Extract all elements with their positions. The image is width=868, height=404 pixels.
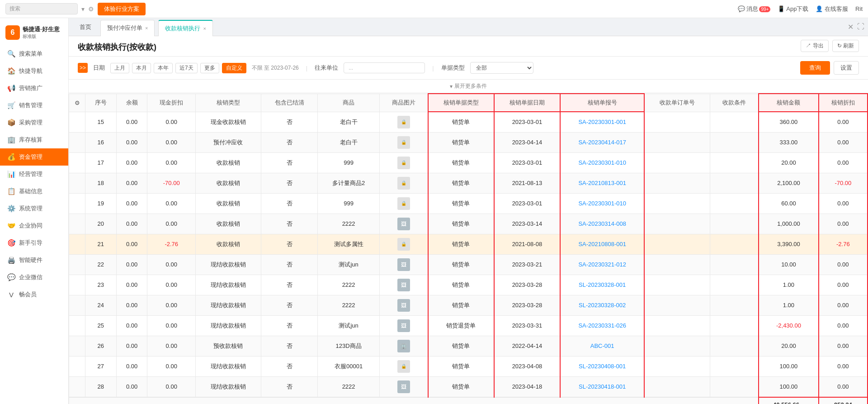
date-more[interactable]: 更多 <box>200 63 219 73</box>
filter-arrow-btn[interactable]: >> <box>78 63 88 73</box>
date-custom[interactable]: 自定义 <box>222 63 246 73</box>
row-cancel-bill-no[interactable]: SL-20230328-002 <box>560 295 644 315</box>
row-cancel-discount: 0.00 <box>819 214 868 234</box>
cancel-bill-link[interactable]: SA-20210808-001 <box>578 241 626 247</box>
row-settings <box>69 376 85 397</box>
cancel-bill-link[interactable]: SL-20230328-002 <box>579 302 626 309</box>
cancel-bill-link[interactable]: SL-20230328-001 <box>579 281 626 288</box>
tab-home[interactable]: 首页 <box>72 18 99 36</box>
table-container[interactable]: ⚙ 序号 余额 现金折扣 核销类型 包含已结清 商品 商品图片 核销单据类型 核… <box>69 93 868 404</box>
cancel-bill-link[interactable]: SA-20230331-026 <box>578 322 626 329</box>
cancel-bill-link[interactable]: SA-20210813-001 <box>578 180 626 186</box>
sidebar-item-system[interactable]: ⚙️ 系统管理 <box>0 200 68 217</box>
tab-maximize-btn[interactable]: ⛶ <box>857 23 864 31</box>
tab-close-receipt[interactable]: × <box>203 26 206 31</box>
row-cancel-bill-no[interactable]: SA-20230301-010 <box>560 193 644 214</box>
sidebar-item-enterprise[interactable]: 🤝 企业协同 <box>0 217 68 234</box>
row-cancel-bill-no[interactable]: SL-20230418-001 <box>560 376 644 397</box>
row-included: 否 <box>261 132 318 152</box>
counterpart-input[interactable]: ... <box>344 62 425 73</box>
row-cancel-bill-no[interactable]: SL-20230328-001 <box>560 275 644 295</box>
row-settings <box>69 193 85 214</box>
export-btn[interactable]: ↗ 导出 <box>801 40 828 52</box>
row-cancel-bill-type: 销货单 <box>428 254 494 275</box>
col-cancel-bill-date: 核销单据日期 <box>494 94 560 112</box>
tab-close-btn[interactable]: ✕ <box>848 23 854 31</box>
sidebar-item-quick-nav[interactable]: 🏠 快捷导航 <box>0 62 68 80</box>
search-input[interactable]: 搜索 <box>5 3 78 14</box>
cancel-bill-link[interactable]: SA-20230301-010 <box>578 159 626 166</box>
row-receipt-order-no <box>644 112 710 132</box>
refresh-icon: ↻ <box>837 43 842 49</box>
sidebar-item-basic[interactable]: 📋 基础信息 <box>0 183 68 200</box>
row-cancel-bill-no[interactable]: SL-20230408-001 <box>560 356 644 376</box>
row-cancel-bill-no[interactable]: SA-20230301-010 <box>560 152 644 173</box>
row-receipt-condition <box>710 295 759 315</box>
dropdown-icon[interactable]: ▾ <box>81 5 85 13</box>
cancel-bill-link[interactable]: SA-20230301-001 <box>578 119 626 125</box>
row-settings <box>69 356 85 376</box>
sidebar-item-hardware[interactable]: 🖨️ 智能硬件 <box>0 252 68 269</box>
settings-icon[interactable]: ⚙ <box>88 5 94 13</box>
tab-receipt[interactable]: 收款核销执行 × <box>158 20 212 36</box>
row-cancel-bill-no[interactable]: SA-20230331-026 <box>560 315 644 336</box>
tab-close-advance[interactable]: × <box>145 25 148 31</box>
sidebar: 6 畅捷通·好生意 标准版 🔍 搜索菜单 🏠 快捷导航 📢 营销推广 🛒 销售管… <box>0 18 69 404</box>
sidebar-item-member[interactable]: V 畅会员 <box>0 286 68 303</box>
cancel-bill-link[interactable]: SA-20230321-012 <box>578 261 626 268</box>
row-cancel-bill-no[interactable]: SA-20230301-001 <box>560 112 644 132</box>
refresh-btn[interactable]: ↻ 刷新 <box>832 40 859 52</box>
date-this-month[interactable]: 本月 <box>132 63 151 73</box>
row-settings <box>69 295 85 315</box>
col-settings[interactable]: ⚙ <box>69 94 85 112</box>
cancel-bill-link[interactable]: SA-20230301-010 <box>578 200 626 207</box>
table-row: 16 0.00 0.00 预付冲应收 否 老白干 🔒 销货单 2023-04-1… <box>69 132 868 152</box>
app-download[interactable]: 📱 App下载 <box>778 5 808 13</box>
notification-area[interactable]: 💬 消息99+ <box>738 5 771 13</box>
row-cancel-discount: 0.00 <box>819 275 868 295</box>
row-cancel-bill-no[interactable]: SA-20230321-012 <box>560 254 644 275</box>
sidebar-item-inventory[interactable]: 🏢 库存核算 <box>0 131 68 148</box>
query-btn[interactable]: 查询 <box>800 61 830 75</box>
date-last-month[interactable]: 上月 <box>110 63 129 73</box>
sidebar-item-search[interactable]: 🔍 搜索菜单 <box>0 45 68 62</box>
row-product: 2222 <box>318 376 379 397</box>
row-cash-discount: 0.00 <box>147 356 196 376</box>
sidebar-item-finance[interactable]: 💰 资金管理 <box>0 148 68 166</box>
online-service[interactable]: 👤 在线客服 <box>816 5 848 13</box>
voucher-type-select[interactable]: 全部 销货单 销货退货单 <box>470 62 533 74</box>
sidebar-item-wechat[interactable]: 💬 企业微信 <box>0 269 68 286</box>
sidebar-item-guide[interactable]: 🎯 新手引导 <box>0 234 68 252</box>
row-included: 否 <box>261 152 318 173</box>
row-included: 否 <box>261 356 318 376</box>
settings-btn[interactable]: 设置 <box>834 61 859 75</box>
sidebar-item-sales[interactable]: 🛒 销售管理 <box>0 97 68 114</box>
expand-more-btn[interactable]: ▾ 展开更多条件 <box>69 80 868 93</box>
page-header: 收款核销执行(按收款) ↗ 导出 ↻ 刷新 <box>69 36 868 57</box>
cancel-bill-link[interactable]: SL-20230408-001 <box>579 363 626 370</box>
row-cancel-bill-date: 2023-03-28 <box>494 275 560 295</box>
row-seq: 20 <box>85 214 117 234</box>
sidebar-item-operation[interactable]: 📊 经营管理 <box>0 166 68 183</box>
date-this-year[interactable]: 本年 <box>154 63 173 73</box>
cancel-bill-link[interactable]: SA-20230414-017 <box>578 139 626 146</box>
sidebar-item-purchase[interactable]: 📦 采购管理 <box>0 114 68 131</box>
row-cancel-type: 现结收款核销 <box>196 275 261 295</box>
row-cancel-bill-no[interactable]: ABC-001 <box>560 336 644 356</box>
table-row: 27 0.00 0.00 现结收款核销 否 衣服00001 🔒 销货单 2023… <box>69 356 868 376</box>
row-cancel-bill-no[interactable]: SA-20210813-001 <box>560 173 644 193</box>
cancel-bill-link[interactable]: SA-20230314-008 <box>578 220 626 227</box>
row-cancel-bill-no[interactable]: SA-20230414-017 <box>560 132 644 152</box>
tab-advance[interactable]: 预付冲应付单 × <box>100 20 155 36</box>
row-product-img: 🔒 <box>379 234 428 254</box>
user-avatar[interactable]: Rit <box>855 5 863 12</box>
row-cancel-bill-no[interactable]: SA-20230314-008 <box>560 214 644 234</box>
row-cancel-bill-no[interactable]: SA-20210808-001 <box>560 234 644 254</box>
operation-icon: 📊 <box>7 170 15 178</box>
cancel-bill-link[interactable]: SL-20230418-001 <box>579 383 626 390</box>
date-7days[interactable]: 近7天 <box>175 63 198 73</box>
industry-btn[interactable]: 体验行业方案 <box>98 3 146 15</box>
sidebar-item-marketing[interactable]: 📢 营销推广 <box>0 80 68 97</box>
cancel-bill-link[interactable]: ABC-001 <box>590 342 614 349</box>
row-balance: 0.00 <box>116 132 147 152</box>
